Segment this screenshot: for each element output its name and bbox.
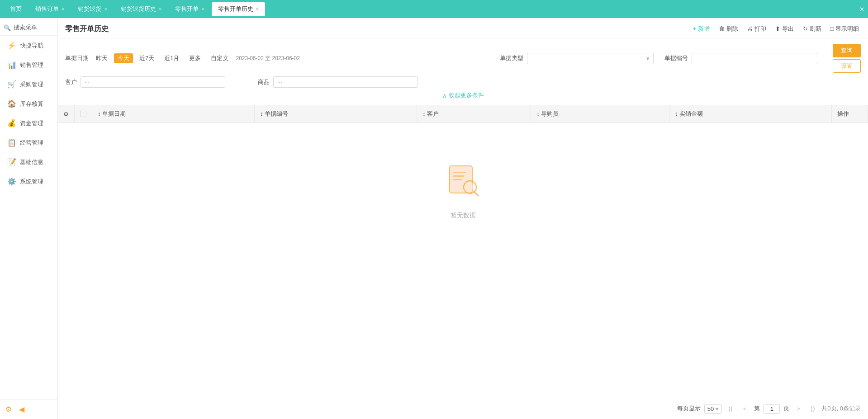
query-button[interactable]: 查询 [833, 44, 861, 57]
close-tab-sales-return-icon[interactable]: × [104, 6, 107, 12]
sidebar-item-fund-mgmt[interactable]: 💰 资金管理 [0, 113, 57, 133]
data-table: ⚙ ↕ 单据日期 ↕ 单据编号 ↕ 客户 [58, 105, 868, 123]
goods-filter-select[interactable]: ··· [273, 76, 418, 88]
svg-point-6 [466, 184, 474, 191]
setting-button[interactable]: 设置 [833, 59, 861, 73]
sidebar-item-purchase-mgmt[interactable]: 🛒 采购管理 [0, 75, 57, 94]
sidebar-item-basic-info[interactable]: 📝 基础信息 [0, 152, 57, 172]
prev-page-button[interactable]: ＜ [739, 404, 750, 414]
filter-row-2: 客户 ··· 商品 ··· [65, 76, 861, 88]
sidebar-icon-sys-mgmt: ⚙️ [7, 177, 16, 186]
print-button[interactable]: 🖨 打印 [745, 24, 768, 34]
refresh-button[interactable]: ↻ 刷新 [801, 24, 823, 34]
settings-icon[interactable]: ⚙ [5, 405, 12, 414]
page-size-label: 每页显示 [677, 405, 701, 413]
delete-button[interactable]: 🗑 删除 [717, 24, 740, 34]
close-tab-sales-order-icon[interactable]: × [62, 6, 64, 12]
type-filter-item: 单据类型 ▾ [500, 53, 654, 64]
date-option-自定义[interactable]: 自定义 [207, 53, 232, 63]
sidebar-label-fund-mgmt: 资金管理 [20, 119, 43, 127]
content-area: 零售开单历史 + 新增 🗑 删除 🖨 打印 ⬆ 导出 ↻ 刷新 □ 显示明细 单… [58, 18, 868, 419]
customer-filter-item: 客户 ··· [65, 76, 225, 88]
tab-retail-open-history[interactable]: 零售开单历史× [212, 2, 265, 16]
sidebar-icon-fund-mgmt: 💰 [7, 119, 16, 127]
sidebar-items: ⚡ 快捷导航📊 销售管理🛒 采购管理🏠 库存核算💰 资金管理📋 经营管理📝 基础… [0, 36, 57, 191]
date-option-今天[interactable]: 今天 [114, 53, 133, 63]
date-filter-item: 单据日期 昨天今天近7天近1月更多自定义 2023-06-02 至 2023-0… [65, 53, 300, 63]
search-label: 搜索采单 [14, 24, 37, 32]
first-page-button[interactable]: ⟨⟨ [726, 405, 735, 413]
last-page-button[interactable]: ⟩⟩ [808, 405, 818, 413]
sidebar-item-quick-nav[interactable]: ⚡ 快捷导航 [0, 36, 57, 55]
customer-dots: ··· [85, 79, 221, 85]
type-filter-select[interactable]: ▾ [527, 53, 654, 64]
code-filter-label: 单据编号 [664, 54, 688, 62]
goods-filter-label: 商品 [258, 78, 270, 86]
tab-sales-order[interactable]: 销售订单× [29, 2, 71, 16]
code-filter-input[interactable] [692, 53, 818, 64]
display-detail-button[interactable]: □ 显示明细 [829, 24, 861, 34]
collapse-sidebar-icon[interactable]: ◀ [19, 405, 24, 414]
sidebar-icon-ops-mgmt: 📋 [7, 138, 16, 147]
top-navigation: 首页销售订单×销货退货×销货退货历史×零售开单×零售开单历史× ✕ [0, 0, 868, 18]
close-tab-retail-open-history-icon[interactable]: × [256, 6, 259, 12]
tab-retail-open[interactable]: 零售开单× [169, 2, 210, 16]
date-option-更多[interactable]: 更多 [185, 53, 204, 63]
sidebar-item-sys-mgmt[interactable]: ⚙️ 系统管理 [0, 172, 57, 191]
collapse-filter-btn[interactable]: ∧ 收起更多条件 [65, 91, 861, 99]
th-salesperson: ↕ 导购员 [531, 105, 669, 123]
svg-rect-2 [453, 175, 464, 177]
collapse-filter-label: 收起更多条件 [449, 91, 484, 99]
sidebar-item-ops-mgmt[interactable]: 📋 经营管理 [0, 133, 57, 152]
th-customer: ↕ 客户 [417, 105, 531, 123]
th-customer-label: ↕ 客户 [422, 110, 439, 117]
toolbar: + 新增 🗑 删除 🖨 打印 ⬆ 导出 ↻ 刷新 □ 显示明细 [691, 24, 861, 34]
chevron-up-icon: ∧ [442, 92, 447, 99]
th-ops-label: 操作 [837, 110, 849, 117]
sidebar-icon-quick-nav: ⚡ [7, 41, 16, 50]
page-size-select[interactable]: 50 ▾ [704, 404, 722, 414]
table-container: ⚙ ↕ 单据日期 ↕ 单据编号 ↕ 客户 [58, 105, 868, 398]
close-tab-sales-return-history-icon[interactable]: × [159, 6, 161, 12]
main-layout: 🔍 搜索采单 ⚡ 快捷导航📊 销售管理🛒 采购管理🏠 库存核算💰 资金管理📋 经… [0, 18, 868, 419]
filter-row-1: 单据日期 昨天今天近7天近1月更多自定义 2023-06-02 至 2023-0… [65, 44, 861, 73]
tab-home[interactable]: 首页 [4, 2, 28, 16]
type-select-arrow-icon: ▾ [646, 55, 650, 62]
sidebar-bottom: ⚙ ◀ [0, 399, 57, 419]
sidebar-item-sales-mgmt[interactable]: 📊 销售管理 [0, 55, 57, 75]
th-date: ↕ 单据日期 [92, 105, 255, 123]
close-window-icon[interactable]: ✕ [859, 6, 864, 13]
th-code-label: ↕ 单据编号 [260, 110, 288, 117]
sidebar-label-basic-info: 基础信息 [20, 158, 43, 166]
total-info: 共0页, 0条记录 [821, 405, 861, 413]
sidebar-item-inventory[interactable]: 🏠 库存核算 [0, 94, 57, 113]
date-option-近7天[interactable]: 近7天 [136, 53, 158, 63]
column-settings-icon[interactable]: ⚙ [63, 111, 69, 118]
sidebar-label-inventory: 库存核算 [20, 100, 43, 108]
svg-line-5 [474, 192, 478, 196]
sidebar-icon-basic-info: 📝 [7, 158, 16, 166]
page-title: 零售开单历史 [65, 24, 109, 34]
date-range-text: 2023-06-02 至 2023-06-02 [236, 55, 299, 62]
export-button[interactable]: ⬆ 导出 [773, 24, 796, 34]
top-nav-right: ✕ [859, 6, 864, 13]
customer-filter-label: 客户 [65, 78, 77, 86]
date-option-近1月[interactable]: 近1月 [161, 53, 183, 63]
tab-sales-return[interactable]: 销货退货× [71, 2, 113, 16]
th-date-label: ↕ 单据日期 [98, 110, 126, 117]
add-button[interactable]: + 新增 [691, 24, 711, 34]
select-all-checkbox[interactable] [80, 111, 86, 117]
sidebar-search[interactable]: 🔍 搜索采单 [0, 18, 57, 36]
date-option-昨天[interactable]: 昨天 [92, 53, 111, 63]
svg-rect-3 [453, 179, 462, 180]
page-number-input[interactable]: 1 [764, 404, 780, 414]
sidebar-icon-inventory: 🏠 [7, 99, 16, 108]
th-code: ↕ 单据编号 [255, 105, 417, 123]
sidebar-icon-purchase-mgmt: 🛒 [7, 80, 16, 89]
svg-rect-1 [453, 172, 466, 173]
customer-filter-select[interactable]: ··· [81, 76, 225, 88]
tab-sales-return-history[interactable]: 销货退货历史× [114, 2, 168, 16]
next-page-button[interactable]: ＞ [793, 404, 804, 414]
close-tab-retail-open-icon[interactable]: × [201, 6, 204, 12]
page-word: 页 [783, 405, 789, 413]
